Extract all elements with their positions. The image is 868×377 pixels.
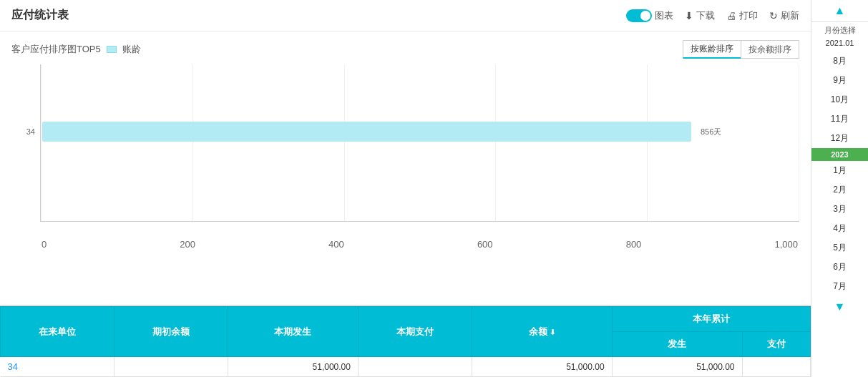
chart-area: 客户应付排序图TOP5 账龄 按账龄排序 按余额排序 — [0, 31, 811, 305]
sidebar-down-arrow[interactable]: ▼ — [811, 296, 868, 318]
download-icon: ⬇ — [685, 10, 693, 21]
page-title: 应付统计表 — [11, 8, 69, 23]
gridline-0 — [41, 64, 42, 221]
sidebar-month-8[interactable]: 8月 — [811, 52, 868, 71]
td-nian-fasheng: 51,000.00 — [612, 357, 742, 377]
download-button[interactable]: ⬇ 下载 — [685, 9, 715, 22]
gridline-800 — [647, 64, 648, 221]
table-row: 34 51,000.00 51,000.00 51,000.00 — [1, 357, 811, 377]
chart-bars: 34 856天 — [40, 64, 799, 222]
sidebar-month-6[interactable]: 6月 — [811, 258, 868, 277]
td-benzhifu — [358, 357, 472, 377]
chart-label: 图表 — [655, 9, 673, 22]
print-label: 打印 — [739, 9, 758, 22]
sidebar-month-2[interactable]: 2月 — [811, 180, 868, 200]
table-area: 在来单位 期初余额 本期发生 本期支付 余额 ⬇ 本年累计 发生 支付 34 5… — [0, 305, 811, 377]
sidebar-month-1[interactable]: 1月 — [811, 161, 868, 180]
unit-link[interactable]: 34 — [8, 361, 18, 372]
x-axis: 0 200 400 600 800 1,000 — [40, 239, 799, 250]
download-label: 下载 — [696, 9, 715, 22]
legend-box-label: 账龄 — [122, 43, 141, 56]
chart-legend: 客户应付排序图TOP5 账龄 — [11, 43, 141, 56]
header-actions: 图表 ⬇ 下载 🖨 打印 ↻ 刷新 — [626, 9, 799, 22]
sort-by-age-button[interactable]: 按账龄排序 — [683, 40, 741, 59]
td-unit: 34 — [1, 357, 114, 377]
refresh-icon: ↻ — [769, 10, 778, 21]
data-table: 在来单位 期初余额 本期发生 本期支付 余额 ⬇ 本年累计 发生 支付 34 5… — [0, 306, 811, 377]
td-nian-zhifu — [742, 357, 810, 377]
gridline-400 — [344, 64, 345, 221]
th-benzbifu: 本期支付 — [358, 307, 472, 357]
bar-row-0: 34 856天 — [41, 122, 799, 142]
x-label-800: 800 — [626, 239, 642, 250]
sidebar-month-4[interactable]: 4月 — [811, 219, 868, 238]
gridline-600 — [495, 64, 496, 221]
sidebar-month-5[interactable]: 5月 — [811, 238, 868, 258]
legend-title: 客户应付排序图TOP5 — [11, 43, 101, 56]
sidebar-up-arrow[interactable]: ▲ — [811, 0, 868, 21]
sidebar-year-2023: 2023 — [811, 148, 868, 161]
th-qichu: 期初余额 — [114, 307, 228, 357]
sidebar-month-11[interactable]: 11月 — [811, 109, 868, 129]
legend-box — [107, 46, 117, 53]
print-button[interactable]: 🖨 打印 — [726, 9, 758, 22]
sidebar-month-12[interactable]: 12月 — [811, 129, 868, 148]
sidebar-title: 月份选择 — [811, 21, 868, 37]
bar-0: 856天 — [42, 122, 691, 142]
sidebar-month-7[interactable]: 7月 — [811, 277, 868, 296]
chart-header: 客户应付排序图TOP5 账龄 按账龄排序 按余额排序 — [11, 40, 799, 59]
gridline-200 — [192, 64, 193, 221]
gridline-1000 — [799, 64, 799, 221]
x-gridlines — [41, 64, 799, 221]
td-yue: 51,000.00 — [472, 357, 612, 377]
sidebar: ▲ 月份选择 2021.01 8月 9月 10月 11月 12月 2023 1月… — [811, 0, 868, 377]
chart-container: 34 856天 0 200 400 600 800 1,000 — [11, 64, 799, 265]
x-label-0: 0 — [42, 239, 47, 250]
table-header-row: 在来单位 期初余额 本期发生 本期支付 余额 ⬇ 本年累计 — [1, 307, 811, 332]
th-yue: 余额 ⬇ — [472, 307, 612, 357]
bar-end-label-0: 856天 — [701, 127, 721, 137]
refresh-label: 刷新 — [781, 9, 799, 22]
sidebar-month-10[interactable]: 10月 — [811, 90, 868, 109]
sidebar-month-9[interactable]: 9月 — [811, 71, 868, 90]
th-nian-zhifu: 支付 — [742, 332, 810, 357]
chart-toggle[interactable]: 图表 — [626, 9, 673, 22]
refresh-button[interactable]: ↻ 刷新 — [769, 9, 799, 22]
x-label-1000: 1,000 — [774, 239, 798, 250]
print-icon: 🖨 — [726, 10, 736, 21]
sidebar-selected-date: 2021.01 — [811, 37, 868, 52]
th-nianleiji: 本年累计 — [612, 307, 810, 332]
sidebar-month-3[interactable]: 3月 — [811, 200, 868, 219]
th-nian-fasheng: 发生 — [612, 332, 742, 357]
toggle-switch-icon[interactable] — [626, 9, 652, 22]
th-benfasheng: 本期发生 — [228, 307, 358, 357]
bar-label-0: 34 — [14, 127, 35, 136]
x-label-600: 600 — [477, 239, 493, 250]
sort-by-balance-button[interactable]: 按余额排序 — [741, 40, 799, 59]
sidebar-months: 8月 9月 10月 11月 12月 2023 1月 2月 3月 4月 5月 6月… — [811, 52, 868, 296]
chart-sort-buttons: 按账龄排序 按余额排序 — [683, 40, 799, 59]
td-benfasheng: 51,000.00 — [228, 357, 358, 377]
x-label-400: 400 — [328, 239, 344, 250]
th-unit: 在来单位 — [1, 307, 114, 357]
x-label-200: 200 — [180, 239, 195, 250]
td-qichu — [114, 357, 228, 377]
